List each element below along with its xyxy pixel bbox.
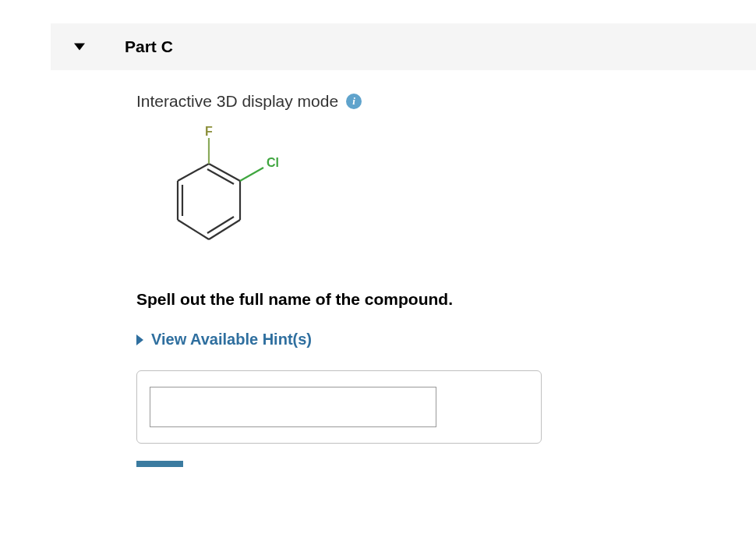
info-icon[interactable]: i [346,94,362,109]
svg-line-3 [178,220,209,239]
display-mode-row: Interactive 3D display mode i [136,92,756,111]
part-title: Part C [125,37,173,56]
display-mode-label: Interactive 3D display mode [136,92,338,111]
chevron-down-icon [74,44,85,51]
molecule-structure[interactable]: F Cl [156,126,296,267]
chevron-right-icon [136,334,143,345]
answer-input[interactable] [150,387,436,427]
answer-container [136,370,542,444]
submit-button[interactable] [136,461,183,467]
hints-label: View Available Hint(s) [151,331,312,349]
svg-line-8 [207,217,234,233]
substituent-cl-label: Cl [267,156,279,169]
part-header[interactable]: Part C [51,23,756,70]
svg-line-5 [178,164,209,181]
view-hints-toggle[interactable]: View Available Hint(s) [136,331,756,349]
substituent-f-label: F [205,126,213,138]
instruction-text: Spell out the full name of the compound. [136,290,756,309]
svg-line-10 [240,168,263,181]
svg-line-7 [207,169,234,184]
